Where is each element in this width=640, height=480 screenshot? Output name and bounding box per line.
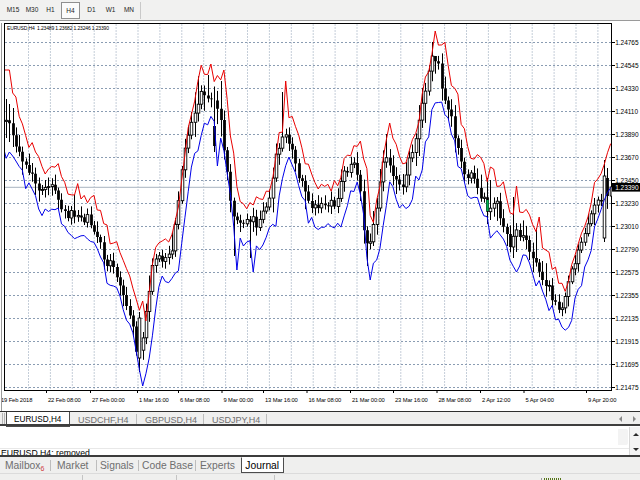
svg-text:1.24765: 1.24765 <box>615 39 639 46</box>
svg-text:1.23230: 1.23230 <box>615 200 639 207</box>
svg-text:1.22135: 1.22135 <box>615 315 639 322</box>
svg-text:13 Mar 16:00: 13 Mar 16:00 <box>265 397 298 403</box>
svg-text:1.21695: 1.21695 <box>615 361 639 368</box>
svg-text:1.22790: 1.22790 <box>615 246 639 253</box>
svg-text:1.23390: 1.23390 <box>615 184 639 191</box>
svg-text:1 Mar 16:00: 1 Mar 16:00 <box>139 397 169 403</box>
svg-text:23 Mar 16:00: 23 Mar 16:00 <box>395 397 428 403</box>
svg-text:22 Feb 08:00: 22 Feb 08:00 <box>48 397 81 403</box>
svg-text:1.24330: 1.24330 <box>615 85 639 92</box>
svg-text:9 Mar 00:00: 9 Mar 00:00 <box>224 397 254 403</box>
svg-text:28 Mar 08:00: 28 Mar 08:00 <box>439 397 472 403</box>
svg-text:1.22355: 1.22355 <box>615 292 639 299</box>
svg-text:1.21915: 1.21915 <box>615 338 639 345</box>
svg-text:9 Apr 20:00: 9 Apr 20:00 <box>588 397 616 403</box>
svg-text:1.21475: 1.21475 <box>615 384 639 391</box>
svg-text:EURUSD,H4 1.23489 1.23682 1.2: EURUSD,H4 1.23489 1.23682 1.23246 1.2339… <box>7 25 109 31</box>
svg-text:16 Mar 08:00: 16 Mar 08:00 <box>309 397 342 403</box>
svg-text:1.23670: 1.23670 <box>615 154 639 161</box>
svg-text:19 Feb 2018: 19 Feb 2018 <box>1 397 32 403</box>
svg-text:1.23010: 1.23010 <box>615 223 639 230</box>
svg-text:1.23890: 1.23890 <box>615 131 639 138</box>
svg-text:21 Mar 00:00: 21 Mar 00:00 <box>352 397 385 403</box>
svg-text:6 Mar 08:00: 6 Mar 08:00 <box>180 397 210 403</box>
svg-text:2 Apr 12:00: 2 Apr 12:00 <box>482 397 510 403</box>
svg-text:1.22575: 1.22575 <box>615 269 639 276</box>
svg-text:1.24545: 1.24545 <box>615 62 639 69</box>
svg-text:1.24110: 1.24110 <box>615 108 638 115</box>
svg-text:1.23450: 1.23450 <box>615 177 639 184</box>
svg-text:27 Feb 00:00: 27 Feb 00:00 <box>92 397 125 403</box>
svg-text:5 Apr 04:00: 5 Apr 04:00 <box>526 397 554 403</box>
